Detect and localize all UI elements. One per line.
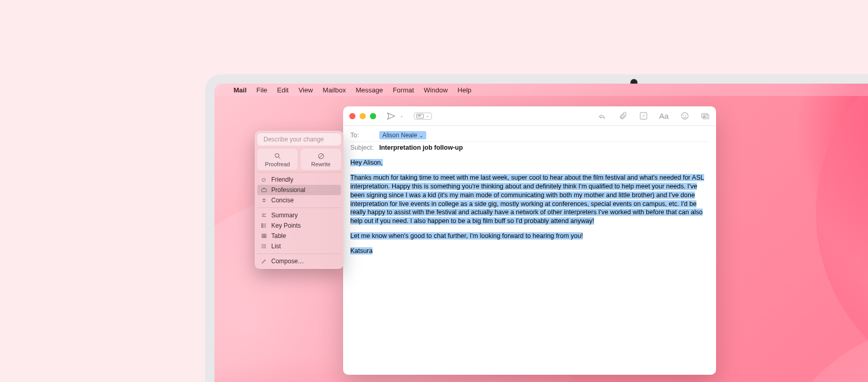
subject-row[interactable]: Subject: Interpretation job follow-up: [350, 142, 709, 153]
magnifier-icon: [273, 152, 282, 160]
transform-keypoints[interactable]: Key Points: [257, 220, 341, 231]
menubar-file[interactable]: File: [256, 86, 267, 94]
transform-summary-label: Summary: [271, 212, 298, 219]
compose-headers: To: Alison Neale Subject: Interpretation…: [343, 126, 716, 153]
svg-rect-22: [261, 224, 262, 225]
menubar: Mail File Edit View Mailbox Message Form…: [214, 84, 868, 96]
reply-icon[interactable]: [597, 112, 607, 121]
to-label: To:: [350, 132, 376, 139]
svg-line-14: [319, 154, 323, 158]
tone-professional[interactable]: Professional: [257, 185, 341, 195]
no-entry-icon: [317, 152, 325, 160]
writing-tools-popover: Proofread Rewrite ☺ Friendly Professiona…: [255, 131, 344, 269]
screen: Mail File Edit View Mailbox Message Form…: [214, 84, 868, 382]
attachment-icon[interactable]: [618, 112, 627, 121]
collapse-icon: [260, 197, 267, 203]
compose-toolbar: ⌄ ⌄ Aa: [343, 106, 716, 126]
zoom-button[interactable]: [370, 113, 376, 119]
emoji-icon[interactable]: [680, 112, 689, 121]
menubar-edit[interactable]: Edit: [277, 86, 288, 94]
svg-rect-23: [261, 225, 262, 226]
photo-browser-icon[interactable]: [701, 112, 710, 121]
proofread-button[interactable]: Proofread: [257, 149, 298, 170]
svg-point-9: [705, 115, 706, 116]
chevron-down-icon[interactable]: ⌄: [400, 114, 404, 118]
svg-point-33: [261, 245, 262, 245]
tone-friendly-label: Friendly: [271, 176, 293, 183]
transform-summary[interactable]: Summary: [257, 210, 341, 220]
list-icon: [260, 243, 267, 249]
menubar-mailbox[interactable]: Mailbox: [323, 86, 346, 94]
summary-icon: [260, 212, 267, 218]
body-signature: Katsura: [350, 247, 373, 254]
svg-point-11: [275, 153, 279, 157]
svg-rect-15: [261, 189, 266, 192]
rewrite-button[interactable]: Rewrite: [301, 149, 341, 170]
send-button[interactable]: ⌄: [383, 110, 407, 122]
imac-frame: Mail File Edit View Mailbox Message Form…: [205, 74, 868, 382]
svg-rect-24: [261, 227, 262, 228]
table-icon: [260, 233, 267, 239]
tone-concise-label: Concise: [271, 197, 293, 204]
svg-point-6: [686, 115, 686, 116]
compose-action-label: Compose…: [271, 258, 304, 265]
svg-rect-8: [703, 115, 709, 119]
describe-change-field[interactable]: [257, 133, 341, 146]
format-icon[interactable]: Aa: [659, 112, 669, 121]
briefcase-icon: [260, 187, 267, 193]
menubar-view[interactable]: View: [299, 86, 313, 94]
window-controls: [349, 113, 376, 119]
compose-action[interactable]: Compose…: [257, 256, 341, 266]
tone-professional-label: Professional: [271, 186, 305, 194]
tone-friendly[interactable]: ☺ Friendly: [257, 174, 341, 185]
svg-point-35: [261, 248, 262, 248]
menubar-app[interactable]: Mail: [234, 86, 246, 94]
close-button[interactable]: [349, 113, 355, 119]
transform-table-label: Table: [271, 232, 286, 240]
pencil-icon: [260, 258, 267, 264]
svg-point-34: [261, 246, 262, 247]
chevron-down-icon: ⌄: [426, 114, 429, 118]
header-fields-button[interactable]: ⌄: [411, 112, 435, 121]
describe-change-input[interactable]: [264, 136, 341, 143]
transform-list[interactable]: List: [257, 241, 341, 251]
subject-value[interactable]: Interpretation job follow-up: [379, 144, 463, 151]
menubar-window[interactable]: Window: [424, 86, 447, 94]
smile-icon: ☺: [260, 176, 267, 183]
svg-line-12: [278, 157, 280, 158]
body-greeting: Hey Alison,: [350, 159, 383, 166]
desktop-wallpaper: Mail File Edit View Mailbox Message Form…: [214, 84, 868, 382]
transform-list-label: List: [271, 243, 281, 250]
subject-label: Subject:: [350, 144, 376, 151]
markup-icon[interactable]: [639, 112, 648, 121]
compose-body[interactable]: Hey Alison, Thanks much for taking time …: [343, 153, 716, 375]
to-row[interactable]: To: Alison Neale: [350, 129, 709, 142]
svg-point-5: [684, 115, 684, 116]
rewrite-label: Rewrite: [311, 161, 330, 167]
svg-rect-25: [262, 234, 266, 238]
menubar-help[interactable]: Help: [458, 86, 472, 94]
menubar-message[interactable]: Message: [355, 86, 383, 94]
header-fields-icon: ⌄: [414, 113, 432, 120]
transform-keypoints-label: Key Points: [271, 222, 301, 229]
tone-concise[interactable]: Concise: [257, 195, 341, 205]
recipient-pill[interactable]: Alison Neale: [379, 131, 426, 139]
menubar-format[interactable]: Format: [393, 86, 414, 94]
svg-point-4: [681, 113, 688, 119]
paper-plane-icon: [386, 112, 396, 121]
keypoints-icon: [260, 222, 267, 229]
body-paragraph-2: Let me know when's good to chat further,…: [350, 232, 583, 240]
transform-table[interactable]: Table: [257, 231, 341, 241]
proofread-label: Proofread: [265, 161, 290, 167]
body-paragraph-1: Thanks much for taking time to meet with…: [350, 174, 704, 225]
compose-window: ⌄ ⌄ Aa: [343, 106, 716, 375]
minimize-button[interactable]: [360, 113, 366, 119]
